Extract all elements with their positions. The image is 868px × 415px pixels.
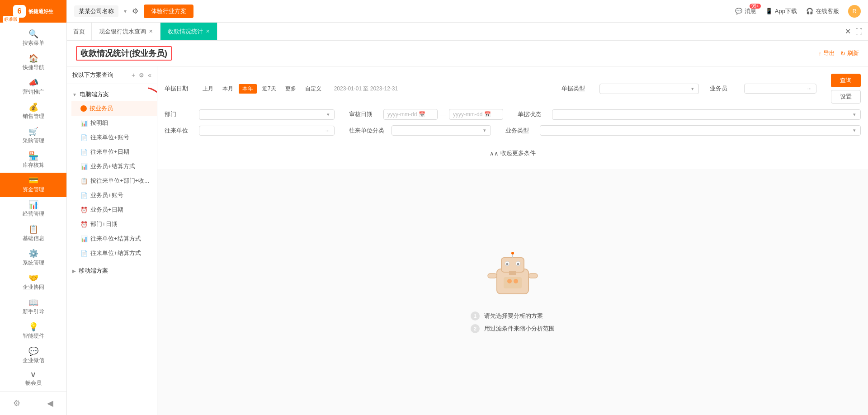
sidebar-item-label: 企业协同 <box>23 283 44 291</box>
scheme-settings-icon[interactable]: ⚙ <box>139 72 144 79</box>
sidebar-item-label: 系统管理 <box>23 259 44 267</box>
scheme-item-by-detail[interactable]: 📊 按明细 <box>71 116 157 130</box>
refresh-icon: ↻ <box>840 50 845 57</box>
scheme-item-label: 业务员+日期 <box>90 206 123 214</box>
header-settings-icon[interactable]: ⚙ <box>132 7 138 15</box>
tab-bank-flow[interactable]: 现金银行流水查询 ✕ <box>92 23 160 40</box>
sidebar-item-search-menu[interactable]: 🔍 搜索菜单 <box>0 26 66 51</box>
date-btn-last-month[interactable]: 上月 <box>199 84 217 94</box>
scheme-item-by-salesman[interactable]: 按业务员 <box>71 101 157 116</box>
sidebar-item-sales[interactable]: 💰 销售管理 <box>0 99 66 124</box>
online-service-label: 在线客服 <box>816 7 839 15</box>
sidebar-item-guide[interactable]: 📖 新手引导 <box>0 295 66 319</box>
scheme-header: 按以下方案查询 + ⚙ « <box>67 66 157 84</box>
scheme-add-icon[interactable]: + <box>132 71 135 79</box>
user-avatar[interactable]: R <box>848 5 861 18</box>
sidebar-nav: 🔍 搜索菜单 🏠 快捷导航 📣 营销推广 💰 销售管理 🛒 采购管理 🏪 库存核… <box>0 23 66 391</box>
header-left: 某某公司名称 ▾ ⚙ 体验行业方案 <box>74 5 193 18</box>
bill-type-select[interactable]: ▾ <box>599 84 699 94</box>
scheme-collapse-icon[interactable]: « <box>148 71 151 79</box>
sidebar-item-label: 资金管理 <box>23 186 44 193</box>
scheme-item-salesman-date[interactable]: ⏰ 业务员+日期 <box>71 203 157 217</box>
scheme-item-unit-date[interactable]: 📄 往来单位+日期 <box>71 145 157 159</box>
sidebar-item-inventory[interactable]: 🏪 库存核算 <box>0 148 66 173</box>
review-date-to[interactable]: yyyy-mm-dd 📅 <box>449 109 503 120</box>
sidebar-collapse-btn[interactable]: ◀ <box>45 396 56 410</box>
tab-home[interactable]: 首页 <box>67 23 92 40</box>
sidebar-settings-btn[interactable]: ⚙ <box>11 396 23 410</box>
sidebar-item-wechat[interactable]: 💬 企业微信 <box>0 344 66 368</box>
enterprise-icon: 🤝 <box>28 274 38 282</box>
date-btn-custom[interactable]: 自定义 <box>302 84 325 94</box>
calendar-icon-from: 📅 <box>419 111 425 118</box>
filter-action-btns: 查询 设置 <box>831 74 861 104</box>
from-unit-category-select[interactable]: ▾ <box>392 125 491 136</box>
refresh-button[interactable]: ↻ 刷新 <box>840 49 859 57</box>
service-icon: 🎧 <box>806 8 813 14</box>
sidebar-item-purchase[interactable]: 🛒 采购管理 <box>0 124 66 148</box>
business-type-select[interactable]: ▾ <box>540 125 861 136</box>
scheme-item-unit-settle[interactable]: 📊 往来单位+结算方式 <box>71 231 157 246</box>
page-title: 收款情况统计(按业务员) <box>76 46 172 61</box>
salesman-select[interactable]: ··· <box>744 84 816 94</box>
sidebar-item-vip[interactable]: V 畅会员 <box>0 368 66 391</box>
scheme-group-mobile-header[interactable]: ▶ 移动端方案 <box>67 264 157 278</box>
system-icon: ⚙️ <box>28 250 38 258</box>
trial-button[interactable]: 体验行业方案 <box>144 5 193 18</box>
date-btn-more[interactable]: 更多 <box>282 84 300 94</box>
by-salesman-icon <box>80 105 87 112</box>
salesman-chevron: ··· <box>807 86 811 91</box>
sidebar-item-finance[interactable]: 💳 资金管理 <box>0 173 66 197</box>
tab-collection-stats[interactable]: 收款情况统计 ✕ <box>160 23 217 40</box>
query-button[interactable]: 查询 <box>831 74 861 87</box>
tab-bar: 首页 现金银行流水查询 ✕ 收款情况统计 ✕ ✕ ⛶ <box>67 23 868 41</box>
sidebar-item-hardware[interactable]: 💡 智能硬件 <box>0 319 66 344</box>
company-dropdown-icon[interactable]: ▾ <box>124 8 127 14</box>
sidebar-item-quick-nav[interactable]: 🏠 快捷导航 <box>0 51 66 75</box>
main-content: 某某公司名称 ▾ ⚙ 体验行业方案 💬 消息 99+ 📱 App下载 🎧 在线客… <box>67 0 868 415</box>
date-btn-this-month[interactable]: 本月 <box>219 84 237 94</box>
from-unit-chevron: ··· <box>326 128 330 133</box>
app-download-action[interactable]: 📱 App下载 <box>765 7 797 15</box>
app-download-label: App下载 <box>775 7 797 15</box>
bill-status-select[interactable]: ▾ <box>552 109 861 120</box>
sidebar-item-label: 新手引导 <box>23 308 44 316</box>
sidebar-item-operation[interactable]: 📊 经营管理 <box>0 197 66 222</box>
settings-button[interactable]: 设置 <box>831 90 861 104</box>
sidebar-item-basic-info[interactable]: 📋 基础信息 <box>0 222 66 246</box>
tab-bank-flow-close[interactable]: ✕ <box>149 28 153 34</box>
sidebar-item-enterprise[interactable]: 🤝 企业协同 <box>0 270 66 295</box>
review-date-label: 审核日期 <box>349 110 376 118</box>
dept-select[interactable]: ▾ <box>199 109 335 120</box>
date-btn-this-year[interactable]: 本年 <box>239 84 257 94</box>
sidebar-item-system[interactable]: ⚙️ 系统管理 <box>0 246 66 270</box>
robot-svg <box>486 251 540 301</box>
close-window-icon[interactable]: ✕ <box>845 27 851 36</box>
review-date-from[interactable]: yyyy-mm-dd 📅 <box>383 109 438 120</box>
scheme-item-unit-account[interactable]: 📄 往来单位+账号 <box>71 130 157 145</box>
scheme-item-salesman-account[interactable]: 📄 业务员+账号 <box>71 188 157 203</box>
sidebar-item-label: 基础信息 <box>23 235 44 242</box>
scheme-item-dept-date[interactable]: ⏰ 部门+日期 <box>71 217 157 231</box>
bill-status-chevron: ▾ <box>853 112 856 118</box>
collapse-row[interactable]: ∧∧ 收起更多条件 <box>165 145 861 162</box>
download-icon: 📱 <box>765 8 773 14</box>
tab-collection-stats-label: 收款情况统计 <box>168 28 203 36</box>
date-btn-last-7days[interactable]: 近7天 <box>259 84 280 94</box>
scheme-item-salesman-settle[interactable]: 📊 业务员+结算方式 <box>71 159 157 174</box>
expand-window-icon[interactable]: ⛶ <box>855 28 863 36</box>
svg-rect-11 <box>528 274 538 278</box>
salesman-account-icon: 📄 <box>80 192 88 199</box>
date-from: 2023-01-01 <box>334 85 362 92</box>
messages-action[interactable]: 💬 消息 99+ <box>735 7 756 15</box>
page-actions: ↑ 导出 ↻ 刷新 <box>819 49 859 57</box>
export-button[interactable]: ↑ 导出 <box>819 49 835 57</box>
scheme-item-unit-settle2[interactable]: 📄 往来单位+结算方式 <box>71 246 157 260</box>
scheme-item-unit-dept-collect[interactable]: 📋 按往来单位+部门+收... <box>71 174 157 188</box>
salesman-label: 业务员 <box>710 85 737 93</box>
online-service-action[interactable]: 🎧 在线客服 <box>806 7 839 15</box>
scheme-group-desktop-header[interactable]: ▼ 电脑端方案 <box>67 88 157 101</box>
sidebar-item-marketing[interactable]: 📣 营销推广 <box>0 75 66 99</box>
tab-collection-close[interactable]: ✕ <box>206 28 210 34</box>
from-unit-select[interactable]: ··· <box>199 126 335 136</box>
